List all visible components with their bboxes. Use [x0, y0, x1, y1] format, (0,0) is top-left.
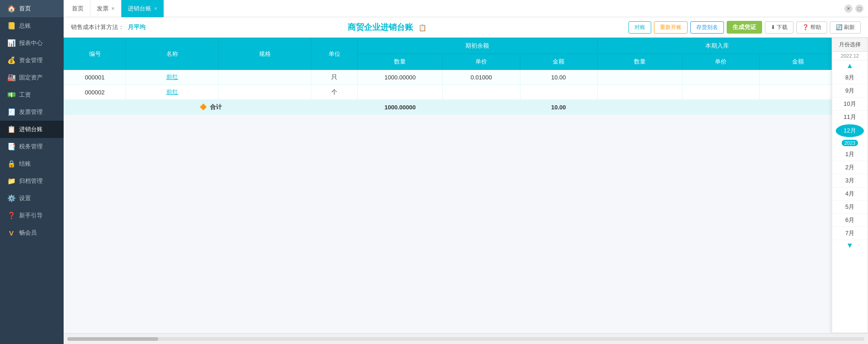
- month-item-9[interactable]: 9月: [832, 84, 868, 98]
- toolbar-actions: 对账 重新开账 存货别名 生成凭证 ⬇ 下载 ❓ 帮助 🔄 刷新: [629, 21, 861, 34]
- scrollbar[interactable]: [64, 333, 868, 344]
- sidebar-item-archive-management[interactable]: 📁 归档管理: [0, 172, 64, 190]
- invoice-icon: 🧾: [7, 108, 15, 116]
- month-year-2022: 2022.12: [832, 52, 868, 60]
- month-item-10[interactable]: 10月: [832, 98, 868, 111]
- member-icon: V: [7, 229, 15, 237]
- total-price-open: [443, 100, 520, 115]
- close-window-button[interactable]: ×: [844, 5, 853, 13]
- save-alias-button[interactable]: 存货别名: [690, 21, 724, 34]
- sidebar-item-label: 报表中心: [19, 39, 43, 47]
- month-nav-down[interactable]: ▼: [832, 240, 868, 251]
- month-nav-up[interactable]: ▲: [832, 60, 868, 71]
- sidebar-item-label: 进销台账: [19, 125, 43, 133]
- sidebar-item-home[interactable]: 🏠 首页: [0, 0, 64, 17]
- cell-amount-in: [759, 85, 837, 100]
- window-controls: × □: [844, 5, 868, 13]
- col-sub-amount-in: 金额: [759, 54, 837, 70]
- sidebar-item-label: 设置: [19, 194, 31, 202]
- tab-home[interactable]: 首页: [65, 0, 90, 17]
- cell-price-open: [443, 85, 520, 100]
- cell-qty-open: 1000.00000: [358, 70, 443, 85]
- reopen-button[interactable]: 重新开账: [654, 21, 688, 34]
- tab-close-purchase-sales[interactable]: ×: [154, 5, 157, 12]
- total-qty-open: 1000.00000: [358, 100, 443, 115]
- cell-qty-in: [597, 85, 682, 100]
- ledger-icon: 📒: [7, 22, 15, 30]
- duizhang-button[interactable]: 对账: [629, 21, 651, 34]
- help-label: 帮助: [810, 24, 821, 31]
- generate-voucher-button[interactable]: 生成凭证: [727, 21, 762, 34]
- month-item-7[interactable]: 7月: [832, 227, 868, 240]
- col-header-code: 编号: [64, 38, 126, 70]
- cell-qty-open: [358, 85, 443, 100]
- sidebar-item-report-center[interactable]: 📊 报表中心: [0, 34, 64, 52]
- tab-invoice[interactable]: 发票 ×: [90, 0, 121, 17]
- assets-icon: 🏭: [7, 74, 15, 82]
- download-button[interactable]: ⬇ 下载: [765, 21, 793, 34]
- cell-price-open: 0.01000: [443, 70, 520, 85]
- table-row: 000001 前红 只 1000.00000 0.01000 10.00: [64, 70, 868, 85]
- fund-icon: 💰: [7, 56, 15, 64]
- title-text: 商贸企业进销台账: [348, 23, 413, 32]
- sidebar-item-label: 固定资产: [19, 74, 43, 82]
- cell-spec: [219, 85, 311, 100]
- cell-name: 前红: [126, 70, 219, 85]
- refresh-button[interactable]: 🔄 刷新: [830, 21, 861, 34]
- col-sub-amount-open: 金额: [520, 54, 597, 70]
- month-item-2[interactable]: 2月: [832, 161, 868, 174]
- home-icon: 🏠: [7, 5, 15, 13]
- cell-amount-open: [520, 85, 597, 100]
- sidebar-item-tax-management[interactable]: 📑 税务管理: [0, 138, 64, 155]
- month-item-3[interactable]: 3月: [832, 174, 868, 187]
- refresh-icon: 🔄: [836, 24, 843, 30]
- scrollbar-track[interactable]: [67, 337, 864, 341]
- month-item-12-active[interactable]: 12月: [836, 124, 864, 138]
- sidebar-item-label: 首页: [19, 5, 31, 13]
- cost-method: 销售成本计算方法： 月平均: [71, 23, 145, 31]
- sidebar-item-guide[interactable]: ❓ 新手引导: [0, 207, 64, 224]
- sidebar-item-settings[interactable]: ⚙️ 设置: [0, 190, 64, 207]
- month-item-8[interactable]: 8月: [832, 71, 868, 84]
- sidebar-item-member[interactable]: V 畅会员: [0, 224, 64, 241]
- total-label: 🔶 合计: [64, 100, 358, 115]
- month-item-1[interactable]: 1月: [832, 148, 868, 161]
- tab-label: 发票: [97, 5, 109, 13]
- download-icon: ⬇: [771, 24, 775, 30]
- tab-close-invoice[interactable]: ×: [111, 5, 115, 12]
- toolbar: 销售成本计算方法： 月平均 商贸企业进销台账 📋 对账 重新开账 存货别名 生成…: [64, 17, 868, 38]
- month-item-4[interactable]: 4月: [832, 187, 868, 201]
- cell-spec: [219, 70, 311, 85]
- tab-purchase-sales[interactable]: 进销台账 ×: [121, 0, 164, 17]
- sidebar-item-label: 畅会员: [19, 229, 37, 237]
- sidebar-item-fixed-assets[interactable]: 🏭 固定资产: [0, 69, 64, 86]
- month-item-11[interactable]: 11月: [832, 111, 868, 124]
- cost-method-value: 月平均: [128, 23, 145, 31]
- sidebar-item-purchase-sales[interactable]: 📋 进销台账: [0, 121, 64, 138]
- refresh-label: 刷新: [844, 24, 855, 31]
- cell-price-in: [682, 70, 759, 85]
- tab-label: 进销台账: [128, 5, 151, 13]
- col-sub-qty-open: 数量: [358, 54, 443, 70]
- sidebar-item-label: 工资: [19, 91, 31, 99]
- sidebar-item-general-ledger[interactable]: 📒 总账: [0, 17, 64, 34]
- col-header-unit: 单位: [311, 38, 358, 70]
- settings-icon: ⚙️: [7, 194, 15, 202]
- content: 销售成本计算方法： 月平均 商贸企业进销台账 📋 对账 重新开账 存货别名 生成…: [64, 17, 868, 344]
- sidebar-item-invoice-management[interactable]: 🧾 发票管理: [0, 103, 64, 121]
- month-panel: 月份选择 2022.12 ▲ 8月 9月 10月 11月 12月 2023 1月…: [832, 38, 868, 333]
- page-title: 商贸企业进销台账 📋: [149, 22, 625, 33]
- help-button[interactable]: ❓ 帮助: [796, 21, 827, 34]
- total-qty-in: [597, 100, 682, 115]
- month-item-6[interactable]: 6月: [832, 214, 868, 227]
- scrollbar-thumb[interactable]: [67, 337, 158, 341]
- tab-label: 首页: [72, 5, 84, 13]
- sidebar-item-closing[interactable]: 🔒 结账: [0, 155, 64, 172]
- year-2023-badge: 2023: [842, 140, 858, 146]
- maximize-window-button[interactable]: □: [855, 5, 863, 13]
- sidebar-item-fund-management[interactable]: 💰 资金管理: [0, 52, 64, 69]
- sidebar-item-salary[interactable]: 💵 工资: [0, 86, 64, 103]
- total-price-in: [682, 100, 759, 115]
- sidebar-item-label: 结账: [19, 160, 31, 168]
- month-item-5[interactable]: 5月: [832, 201, 868, 214]
